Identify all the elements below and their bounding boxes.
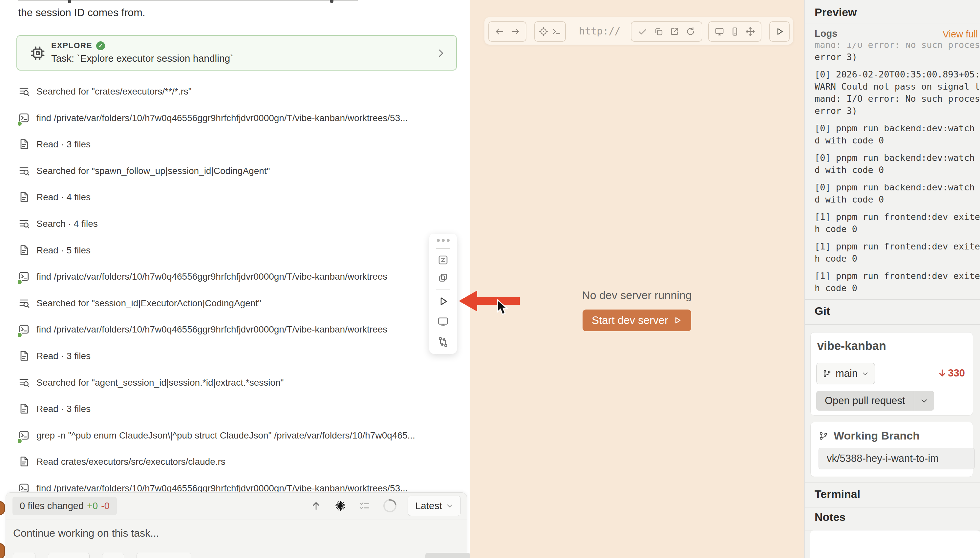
log-line: [0] pnpm run backend:dev:watch exite	[814, 122, 980, 134]
open-external-icon[interactable]	[670, 26, 679, 36]
notes-editor[interactable]	[810, 530, 980, 558]
chevron-right-icon[interactable]	[435, 48, 446, 59]
panel-left-border	[6, 0, 6, 558]
activity-item[interactable]: Searched for "agent_session_id|session.*…	[18, 374, 461, 391]
open-pull-request-button[interactable]: Open pull request	[816, 391, 914, 410]
mobile-view-icon[interactable]	[730, 26, 740, 36]
composer-action-button[interactable]	[13, 553, 36, 558]
activity-item[interactable]: Read crates/executors/src/executors/clau…	[18, 454, 461, 470]
file-icon	[18, 455, 31, 469]
url-field[interactable]: http://	[579, 17, 622, 44]
terminal-section-title[interactable]: Terminal	[814, 488, 860, 501]
log-line: mand: I/O error: No such process (os	[814, 93, 980, 105]
clipped-text-fragment	[68, 0, 71, 3]
down-arrow-icon	[937, 368, 947, 378]
activity-item[interactable]: Read · 3 files	[18, 401, 461, 417]
activity-item[interactable]: find /private/var/folders/10/h7w0q46556g…	[18, 269, 461, 285]
log-line: error 3)	[814, 105, 980, 117]
log-line: [0] pnpm run backend:dev:watch exite	[814, 152, 980, 164]
start-dev-server-button[interactable]: Start dev server	[583, 310, 691, 331]
refresh-icon[interactable]	[686, 26, 695, 36]
composer-action-button[interactable]	[102, 553, 124, 558]
copy-panels-button[interactable]	[437, 272, 449, 284]
log-line: h code 0	[814, 253, 980, 264]
scratchpad-button[interactable]	[437, 254, 449, 266]
composer-action-button[interactable]	[48, 553, 90, 558]
composer-send-button[interactable]	[425, 553, 470, 558]
log-entry: [0] pnpm run backend:dev:watch exited wi…	[814, 181, 980, 205]
edge-decoration	[0, 543, 5, 558]
activity-item[interactable]: Read · 5 files	[18, 242, 461, 259]
activity-item[interactable]: Searched for "spawn_follow_up|session_id…	[18, 163, 461, 179]
log-line: [1] pnpm run frontend:dev exited wit	[814, 211, 980, 223]
base-branch-label: main	[836, 368, 857, 379]
activity-item[interactable]: Read · 4 files	[18, 189, 461, 205]
follow-up-input[interactable]	[13, 527, 408, 540]
log-line: d with code 0	[814, 164, 980, 176]
explore-task-card[interactable]: EXPLORE ✓ Task: `Explore executor sessio…	[16, 35, 457, 71]
log-line: [1] pnpm run frontend:dev exited wit	[814, 240, 980, 253]
activity-text: Searched for "session_id|ExecutorAction|…	[36, 298, 261, 309]
version-label: Latest	[415, 500, 442, 511]
search-icon	[18, 296, 31, 310]
checklist-icon[interactable]	[359, 500, 370, 511]
composer-divider	[6, 520, 467, 520]
pr-options-dropdown[interactable]	[914, 391, 934, 410]
activity-item[interactable]: find /private/var/folders/10/h7w0q46556g…	[18, 321, 461, 338]
dev-server-button[interactable]	[437, 316, 449, 328]
chip-icon	[29, 45, 46, 61]
activity-text: grep -n "^pub enum ClaudeJson\|^pub stru…	[36, 430, 415, 441]
log-line: [0] 2026-02-20T00:35:00.893+05:30	[814, 68, 980, 80]
log-line: WARN Could not pass on signal to com	[814, 80, 980, 93]
terminal-prompt-icon[interactable]	[552, 26, 562, 36]
dev-server-logs[interactable]: mand: I/O error: No such process (oserro…	[814, 39, 980, 299]
log-entry: mand: I/O error: No such process (oserro…	[814, 39, 980, 63]
log-entry: [0] 2026-02-20T00:35:00.893+05:30WARN Co…	[814, 68, 980, 117]
activity-item[interactable]: Read · 3 files	[18, 136, 461, 153]
activity-text: find /private/var/folders/10/h7w0q46556g…	[36, 113, 408, 123]
explore-task-title: Task: `Explore executor session handling…	[51, 53, 233, 64]
back-icon[interactable]	[495, 26, 505, 36]
move-tool-icon[interactable]	[745, 26, 755, 36]
run-icon[interactable]	[775, 26, 784, 36]
activity-item[interactable]: Search · 4 files	[18, 216, 461, 232]
notes-section-title[interactable]: Notes	[814, 511, 846, 524]
edge-decoration	[0, 501, 5, 515]
drag-handle[interactable]	[429, 239, 457, 242]
activity-text: Searched for "agent_session_id|session.*…	[36, 377, 284, 388]
target-icon[interactable]	[539, 26, 548, 36]
view-full-logs-link[interactable]: View full logs	[942, 29, 980, 40]
copy-url-icon[interactable]	[654, 26, 664, 36]
composer-action-button[interactable]	[136, 553, 191, 558]
log-line: mand: I/O error: No such process (os	[814, 39, 980, 51]
base-branch-dropdown[interactable]: main	[816, 363, 875, 384]
activity-item[interactable]: find /private/var/folders/10/h7w0q46556g…	[18, 110, 461, 126]
activity-item[interactable]: Searched for "crates/executors/**/*.rs"	[18, 84, 461, 100]
files-changed-badge[interactable]: 0 files changed +0 -0	[13, 497, 117, 515]
mouse-cursor	[496, 299, 511, 316]
sparkle-icon[interactable]	[335, 500, 346, 511]
search-icon	[18, 217, 31, 231]
scroll-to-top-icon[interactable]	[310, 500, 322, 511]
activity-text: find /private/var/folders/10/h7w0q46556g…	[36, 324, 387, 335]
log-entry: [1] pnpm run frontend:dev exited with co…	[814, 270, 980, 294]
details-sidebar: Preview Logs View full logs mand: I/O er…	[805, 0, 980, 558]
log-line: [1] pnpm run frontend:dev exited wit	[814, 270, 980, 282]
git-actions-button[interactable]	[437, 336, 449, 348]
preview-pane: http:// No dev server running Start dev …	[470, 0, 804, 558]
activity-item[interactable]: Read · 3 files	[18, 348, 461, 364]
activity-text: Read · 3 files	[36, 139, 90, 150]
check-icon[interactable]	[637, 26, 647, 36]
forward-icon[interactable]	[510, 26, 520, 36]
activity-text: Searched for "spawn_follow_up|session_id…	[36, 166, 270, 176]
activity-item[interactable]: grep -n "^pub enum ClaudeJson\|^pub stru…	[18, 427, 461, 444]
terminal-icon	[18, 323, 31, 336]
attempt-version-dropdown[interactable]: Latest	[408, 496, 461, 516]
working-branch-value[interactable]: vk/5388-hey-i-want-to-im	[819, 448, 975, 469]
terminal-icon	[18, 429, 31, 443]
play-button[interactable]	[437, 295, 449, 307]
activity-item[interactable]: Searched for "session_id|ExecutorAction|…	[18, 295, 461, 312]
deletions-count: -0	[101, 501, 110, 511]
floating-toolbar	[429, 234, 457, 354]
desktop-view-icon[interactable]	[715, 26, 724, 36]
